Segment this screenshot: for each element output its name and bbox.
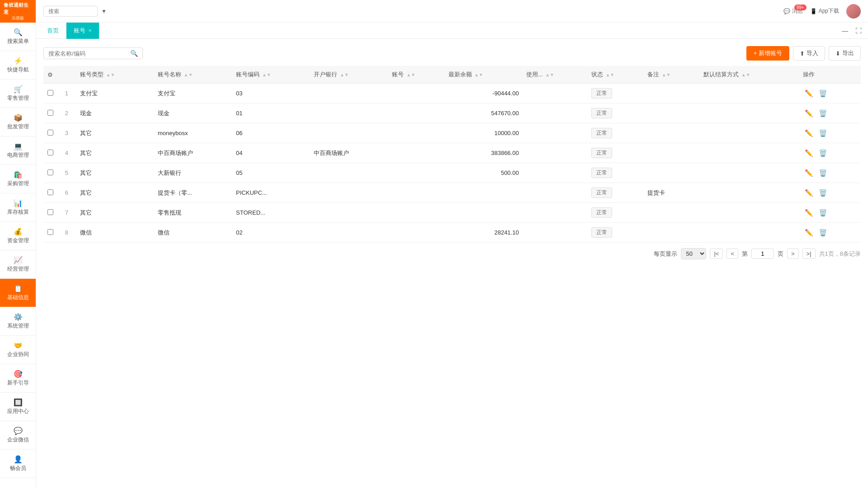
sidebar-item-inventory[interactable]: 📊库存核算 (0, 193, 36, 222)
delete-button[interactable]: 🗑️ (817, 148, 829, 158)
edit-button[interactable]: ✏️ (803, 89, 815, 99)
message-icon: 💬 (783, 8, 790, 14)
prev-page-button[interactable]: < (726, 249, 738, 259)
edit-button[interactable]: ✏️ (803, 128, 815, 138)
row-checkbox-cell[interactable] (43, 143, 57, 163)
dropdown-arrow-icon: ▼ (101, 8, 107, 14)
sidebar-item-enterprise-agreement[interactable]: 🤝企业协同 (0, 336, 36, 364)
export-button[interactable]: ⬇ 导出 (829, 46, 861, 61)
delete-button[interactable]: 🗑️ (817, 128, 829, 138)
row-checkbox[interactable] (47, 110, 53, 116)
row-checkbox[interactable] (47, 150, 53, 155)
sidebar-label-quick-nav: 快捷导航 (7, 66, 29, 74)
table-row: 1 支付宝 支付宝 03 -90444.00 正常 ✏️ 🗑️ (43, 84, 861, 103)
sidebar-icon-operations: 📈 (14, 256, 23, 264)
edit-button[interactable]: ✏️ (803, 148, 815, 158)
sidebar-item-operations[interactable]: 📈经营管理 (0, 250, 36, 279)
row-checkbox-cell[interactable] (43, 163, 57, 183)
row-checkbox[interactable] (47, 90, 53, 96)
row-checkbox[interactable] (47, 130, 53, 136)
sidebar-item-retail[interactable]: 🛒零售管理 (0, 80, 36, 108)
col-account[interactable]: 账号 ▲▼ (388, 66, 444, 84)
tab-home[interactable]: 首页 (40, 23, 66, 39)
row-checkbox[interactable] (47, 209, 53, 215)
sidebar-item-search[interactable]: 🔍搜索菜单 (0, 23, 36, 51)
delete-button[interactable]: 🗑️ (817, 208, 829, 218)
delete-button[interactable]: 🗑️ (817, 168, 829, 178)
top-header: ▼ 💬 消息 99+ 📱 App下载 (36, 0, 868, 23)
app-download-button[interactable]: 📱 App下载 (810, 7, 839, 15)
sidebar-item-enterprise-wechat[interactable]: 💬企业微信 (0, 421, 36, 450)
first-page-button[interactable]: |< (710, 249, 723, 259)
import-button[interactable]: ⬆ 导入 (793, 46, 825, 61)
tab-minimize-button[interactable]: — (839, 26, 851, 35)
delete-button[interactable]: 🗑️ (817, 89, 829, 99)
sidebar-item-wholesale[interactable]: 📦批发管理 (0, 108, 36, 136)
add-account-button[interactable]: + 新增账号 (746, 46, 789, 61)
sidebar-item-ecommerce[interactable]: 💻电商管理 (0, 136, 36, 165)
main-area: ▼ 💬 消息 99+ 📱 App下载 首页 账号 ✕ — ⛶ (36, 0, 868, 488)
page-number-input[interactable] (751, 249, 774, 259)
sidebar-item-member[interactable]: 👤畅会员 (0, 450, 36, 478)
row-checkbox[interactable] (47, 189, 53, 195)
sidebar-item-basic-info[interactable]: 📋基础信息 (0, 279, 36, 307)
edit-button[interactable]: ✏️ (803, 168, 815, 178)
tab-close-icon[interactable]: ✕ (88, 28, 92, 33)
row-note (644, 223, 700, 243)
edit-button[interactable]: ✏️ (803, 188, 815, 198)
col-bank[interactable]: 开户银行 ▲▼ (310, 66, 388, 84)
row-code: 05 (232, 163, 310, 183)
delete-button[interactable]: 🗑️ (817, 228, 829, 238)
row-default-payment (700, 183, 799, 203)
col-name[interactable]: 账号名称 ▲▼ (154, 66, 232, 84)
row-use (523, 203, 588, 223)
status-badge: 正常 (591, 128, 612, 138)
import-icon: ⬆ (800, 50, 805, 57)
edit-button[interactable]: ✏️ (803, 208, 815, 218)
col-type[interactable]: 账号类型 ▲▼ (76, 66, 154, 84)
page-size-select[interactable]: 50 100 200 (681, 248, 706, 259)
row-status: 正常 (588, 143, 644, 163)
sidebar-item-finance[interactable]: 💰资金管理 (0, 222, 36, 250)
edit-button[interactable]: ✏️ (803, 228, 815, 238)
col-note[interactable]: 备注 ▲▼ (644, 66, 700, 84)
sidebar-item-app-center[interactable]: 🔲应用中心 (0, 393, 36, 421)
row-checkbox-cell[interactable] (43, 123, 57, 143)
user-avatar[interactable] (846, 4, 861, 19)
header-dropdown[interactable]: ▼ (101, 8, 107, 14)
last-page-button[interactable]: >| (802, 249, 816, 259)
sidebar-item-system[interactable]: ⚙️系统管理 (0, 307, 36, 336)
col-balance[interactable]: 最新余额 ▲▼ (445, 66, 523, 84)
row-checkbox-cell[interactable] (43, 203, 57, 223)
sidebar-item-guide[interactable]: 🎯新手引导 (0, 364, 36, 393)
row-checkbox-cell[interactable] (43, 223, 57, 243)
next-page-button[interactable]: > (787, 249, 799, 259)
row-checkbox-cell[interactable] (43, 103, 57, 123)
edit-button[interactable]: ✏️ (803, 108, 815, 118)
col-code[interactable]: 账号编码 ▲▼ (232, 66, 310, 84)
sidebar-item-quick-nav[interactable]: ⚡快捷导航 (0, 51, 36, 80)
col-status[interactable]: 状态 ▲▼ (588, 66, 644, 84)
status-badge: 正常 (591, 88, 612, 99)
row-checkbox-cell[interactable] (43, 84, 57, 103)
col-settings[interactable]: ⚙ (43, 66, 57, 84)
col-default-payment[interactable]: 默认结算方式 ▲▼ (700, 66, 799, 84)
row-checkbox[interactable] (47, 229, 53, 235)
col-use[interactable]: 使用... ▲▼ (523, 66, 588, 84)
sidebar-item-purchase[interactable]: 🛍️采购管理 (0, 165, 36, 193)
delete-button[interactable]: 🗑️ (817, 108, 829, 118)
row-note (644, 84, 700, 103)
row-checkbox[interactable] (47, 169, 53, 175)
row-name: 零售抵现 (154, 203, 232, 223)
row-balance: 547670.00 (445, 103, 523, 123)
pagination: 每页显示 50 100 200 |< < 第 页 > >| 共1页，8条记录 (43, 243, 861, 259)
tab-account[interactable]: 账号 ✕ (66, 23, 99, 39)
page-label: 第 (742, 250, 748, 258)
message-button[interactable]: 💬 消息 99+ (783, 7, 803, 15)
search-icon[interactable]: 🔍 (130, 50, 138, 57)
header-search-input[interactable] (43, 6, 98, 17)
delete-button[interactable]: 🗑️ (817, 188, 829, 198)
row-checkbox-cell[interactable] (43, 183, 57, 203)
search-input[interactable] (48, 50, 127, 57)
tab-maximize-button[interactable]: ⛶ (853, 26, 864, 35)
